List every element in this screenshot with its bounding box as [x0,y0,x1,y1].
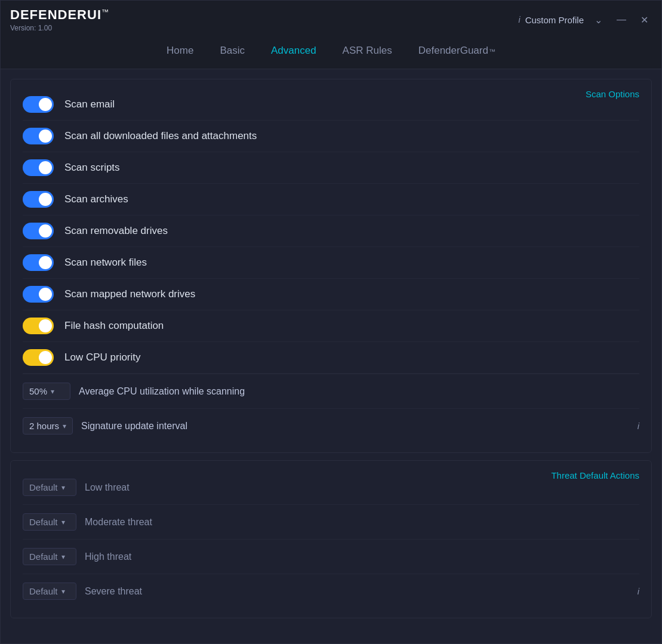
scan-email-label: Scan email [64,98,115,110]
info-icon: i [519,15,521,24]
scan-scripts-label: Scan scripts [64,162,120,174]
scan-mapped-drives-toggle[interactable] [23,286,54,303]
scan-email-row: Scan email [23,89,639,121]
scan-options-section: Scan Options Scan email Scan all downloa… [10,79,652,453]
cpu-dropdown-chevron: ▾ [51,387,54,396]
high-threat-label: High threat [85,551,131,562]
low-threat-row: Default ▾ Low threat [23,470,639,505]
low-cpu-toggle[interactable] [23,349,54,366]
moderate-threat-chevron: ▾ [61,518,65,526]
title-bar-controls: i Custom Profile ⌄ — ✕ [519,13,652,27]
nav-advanced[interactable]: Advanced [270,42,318,59]
title-bar: DEFENDERUI™ Version: 1.00 i Custom Profi… [1,1,661,36]
sig-update-label: Signature update interval [81,421,187,432]
nav-basic[interactable]: Basic [218,42,246,59]
nav-home[interactable]: Home [165,42,195,59]
low-threat-label: Low threat [85,482,130,493]
file-hash-label: File hash computation [64,320,164,332]
low-cpu-label: Low CPU priority [64,352,141,363]
nav-bar: Home Basic Advanced ASR Rules DefenderGu… [1,36,661,69]
scan-mapped-drives-label: Scan mapped network drives [64,288,195,300]
threat-actions-label: Threat Default Actions [551,470,639,480]
scan-network-files-toggle[interactable] [23,254,54,271]
nav-defender-guard[interactable]: DefenderGuard™ [417,42,497,59]
scan-scripts-row: Scan scripts [23,152,639,184]
scan-removable-label: Scan removable drives [64,225,168,237]
severe-threat-chevron: ▾ [61,587,65,596]
low-threat-value: Default [29,482,58,492]
scan-email-toggle[interactable] [23,96,54,113]
high-threat-chevron: ▾ [61,553,65,561]
severe-threat-value: Default [29,586,58,596]
scan-network-files-label: Scan network files [64,257,147,269]
severe-threat-dropdown[interactable]: Default ▾ [23,583,76,600]
sig-dropdown-value: 2 hours [29,421,59,431]
scan-removable-row: Scan removable drives [23,215,639,247]
severe-threat-label: Severe threat [85,586,142,597]
severe-threat-info-icon[interactable]: i [638,586,639,596]
minimize-button[interactable]: — [613,13,630,26]
sig-dropdown[interactable]: 2 hours ▾ [23,417,73,435]
content-area: Scan Options Scan email Scan all downloa… [1,69,661,643]
scan-network-files-row: Scan network files [23,247,639,279]
scan-downloads-label: Scan all downloaded files and attachment… [64,130,257,142]
threat-actions-section: Threat Default Actions Default ▾ Low thr… [10,460,652,618]
cpu-dropdown[interactable]: 50% ▾ [23,383,70,400]
high-threat-dropdown[interactable]: Default ▾ [23,548,76,565]
close-button[interactable]: ✕ [637,13,652,27]
sig-update-row: 2 hours ▾ Signature update interval i [23,408,639,443]
moderate-threat-label: Moderate threat [85,517,152,528]
profile-info: i Custom Profile [519,15,584,25]
low-threat-dropdown[interactable]: Default ▾ [23,479,76,496]
scan-options-label: Scan Options [586,89,639,99]
scan-downloads-toggle[interactable] [23,128,54,144]
scan-archives-label: Scan archives [64,193,128,205]
severe-threat-row: Default ▾ Severe threat i [23,574,639,608]
scan-scripts-toggle[interactable] [23,159,54,176]
file-hash-toggle[interactable] [23,318,54,334]
high-threat-row: Default ▾ High threat [23,540,639,574]
moderate-threat-value: Default [29,517,58,527]
high-threat-value: Default [29,551,58,562]
scan-downloads-row: Scan all downloaded files and attachment… [23,121,639,152]
maximize-button[interactable]: ⌄ [591,13,606,27]
cpu-utilization-row: 50% ▾ Average CPU utilization while scan… [23,374,639,408]
nav-asr-rules[interactable]: ASR Rules [341,42,393,59]
sig-info-icon[interactable]: i [638,421,639,431]
scan-archives-toggle[interactable] [23,191,54,208]
low-cpu-row: Low CPU priority [23,342,639,374]
scan-removable-toggle[interactable] [23,223,54,239]
app-title: DEFENDERUI™ [10,7,109,23]
trademark-symbol: ™ [101,8,109,16]
app-branding: DEFENDERUI™ Version: 1.00 [10,7,109,32]
scan-mapped-drives-row: Scan mapped network drives [23,279,639,310]
sig-dropdown-chevron: ▾ [63,422,66,430]
moderate-threat-row: Default ▾ Moderate threat [23,505,639,540]
low-threat-chevron: ▾ [61,483,65,492]
file-hash-row: File hash computation [23,310,639,342]
cpu-utilization-label: Average CPU utilization while scanning [79,386,245,397]
profile-name: Custom Profile [525,15,584,25]
scan-archives-row: Scan archives [23,184,639,215]
moderate-threat-dropdown[interactable]: Default ▾ [23,513,76,531]
cpu-dropdown-value: 50% [29,386,47,396]
app-title-text: DEFENDERUI [10,7,101,22]
app-window: DEFENDERUI™ Version: 1.00 i Custom Profi… [0,0,662,644]
app-version: Version: 1.00 [10,24,109,32]
